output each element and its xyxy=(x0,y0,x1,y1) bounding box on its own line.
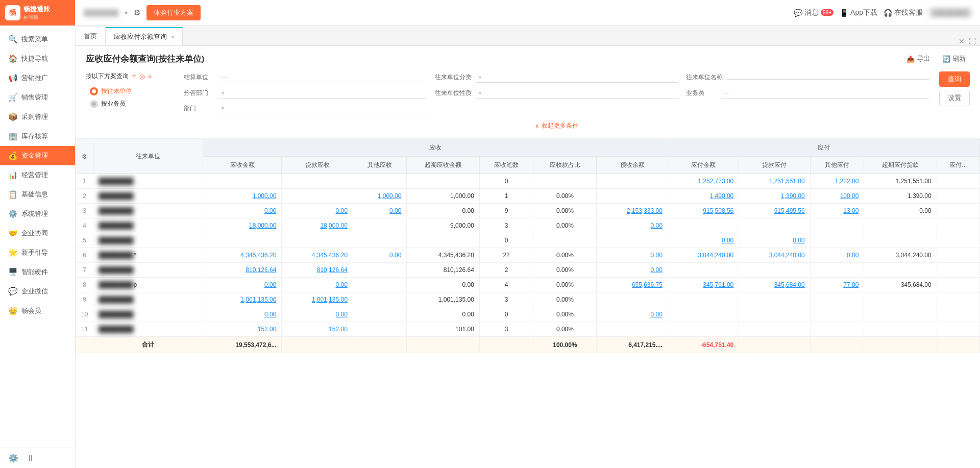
cell-loan-recv xyxy=(282,233,353,248)
cell-loan-recv: 0.00 xyxy=(282,307,353,322)
refresh-button[interactable]: 🔄 刷新 xyxy=(938,52,970,65)
collapse-more-btn[interactable]: ∧ 收起更多条件 xyxy=(184,119,929,132)
sidebar-item-system[interactable]: ⚙️系统管理 xyxy=(0,204,75,224)
cell-pay-more xyxy=(937,307,979,322)
scheme-dot-active xyxy=(90,87,98,95)
cell-overdue-recv: 0.00 xyxy=(407,204,479,218)
cell-prepaid: 0.00 xyxy=(597,218,668,233)
gear-icon[interactable]: ⚙ xyxy=(134,8,140,17)
query-button[interactable]: 查询 xyxy=(939,71,970,87)
sidebar-item-sales[interactable]: 🛒销售管理 xyxy=(0,88,75,107)
cell-loan-pay xyxy=(739,263,810,278)
cell-recv-count: 3 xyxy=(479,322,533,337)
cell-prepaid xyxy=(597,292,668,307)
sidebar-label-guide: 新手引导 xyxy=(21,248,48,257)
collapse-scheme-btn[interactable]: « xyxy=(148,72,152,80)
collapse-icon[interactable]: ⏸ xyxy=(27,454,35,463)
sidebar-item-corp[interactable]: 🤝企业协同 xyxy=(0,224,75,243)
sidebar-item-operation[interactable]: 📊经营管理 xyxy=(0,165,75,185)
total-overdue-recv xyxy=(407,337,479,353)
sidebar-label-operation: 经营管理 xyxy=(21,170,48,180)
tab-ar-query[interactable]: 应收应付余额查询 × xyxy=(106,27,183,45)
total-prepaid: 6,417,215.... xyxy=(597,337,668,353)
cell-partner: ████████ xyxy=(93,189,203,204)
query-buttons: 查询 设置 xyxy=(935,71,970,132)
cell-loan-pay xyxy=(739,322,810,337)
cell-overdue-recv: 1,001,135.00 xyxy=(407,292,479,307)
cell-other-pay xyxy=(810,218,864,233)
sidebar-icon-capital: 💰 xyxy=(8,151,17,160)
cell-recv-count: 4 xyxy=(479,278,533,292)
sidebar-item-basic[interactable]: 📋基础信息 xyxy=(0,185,75,204)
cell-prepaid: 2,153,333.00 xyxy=(597,204,668,218)
sidebar-label-marketing: 营销推广 xyxy=(21,73,48,83)
scheme-dot-gray xyxy=(90,100,98,108)
cell-pay-more xyxy=(937,248,979,263)
cell-loan-recv xyxy=(282,189,353,204)
scheme-by-salesman[interactable]: 按业务员 xyxy=(86,97,178,110)
sidebar-item-inventory[interactable]: 🏢库存核算 xyxy=(0,127,75,146)
row-num-11: 11 xyxy=(76,322,93,337)
add-scheme-btn[interactable]: + xyxy=(132,71,136,81)
trial-button[interactable]: 体验行业方案 xyxy=(146,5,201,20)
cell-loan-recv: 4,345,436.20 xyxy=(282,248,353,263)
search-area: 按以下方案查询 + ◎ « 按往来单位 按业务员 结算单位 xyxy=(76,65,980,139)
cell-recv-count: 1 xyxy=(479,189,533,204)
cell-pay-amt: 1,490.00 xyxy=(668,189,739,204)
cell-pay-more xyxy=(937,278,979,292)
sidebar-item-purchase[interactable]: 📦采购管理 xyxy=(0,107,75,127)
sidebar-icon-wechat: 💬 xyxy=(8,287,17,296)
row-num-4: 4 xyxy=(76,218,93,233)
edit-scheme-btn[interactable]: ◎ xyxy=(139,72,145,80)
cell-loan-pay: 3,044,240.00 xyxy=(739,248,810,263)
sidebar-item-member[interactable]: 👑畅会员 xyxy=(0,301,75,321)
cell-recv-count: 2 xyxy=(479,263,533,278)
settlement-unit-input[interactable]: ··· xyxy=(218,71,427,83)
sidebar-item-marketing[interactable]: 📢营销推广 xyxy=(0,68,75,88)
cell-prepaid: 0.00 xyxy=(597,263,668,278)
sidebar-icon-system: ⚙️ xyxy=(8,209,17,218)
partner-name-input[interactable] xyxy=(727,75,929,80)
sidebar-item-guide[interactable]: 🌟新手引导 xyxy=(0,243,75,262)
sidebar-item-quick[interactable]: 🏠快捷导航 xyxy=(0,49,75,68)
close-window-icon[interactable]: ✕ xyxy=(959,37,965,45)
sidebar-item-wechat[interactable]: 💬企业微信 xyxy=(0,282,75,301)
cell-partner: ████████ xyxy=(93,174,203,189)
cell-other-pay xyxy=(810,322,864,337)
dept-input[interactable]: ▾ xyxy=(218,103,430,113)
settlement-unit-field: 结算单位 ··· xyxy=(184,71,427,83)
dept-manage-input[interactable]: ▾ xyxy=(218,88,427,98)
maximize-window-icon[interactable]: ⛶ xyxy=(969,37,976,45)
set-button[interactable]: 设置 xyxy=(939,90,970,106)
sidebar-menu: 🔍搜索菜单🏠快捷导航📢营销推广🛒销售管理📦采购管理🏢库存核算💰资金管理📊经营管理… xyxy=(0,26,75,448)
cell-overdue-recv: 1,000.00 xyxy=(407,189,479,204)
tab-home[interactable]: 首页 xyxy=(76,27,106,45)
cell-other-pay: 0.00 xyxy=(810,248,864,263)
row-num-6: 6 xyxy=(76,248,93,263)
export-button[interactable]: 📤 导出 xyxy=(902,52,934,65)
dept-manage-label: 分管部门 xyxy=(184,89,214,97)
user-avatar[interactable]: ████████ xyxy=(929,8,972,18)
sidebar-item-hardware[interactable]: 🖥️智能硬件 xyxy=(0,262,75,282)
sidebar-item-capital[interactable]: 💰资金管理 xyxy=(0,146,75,165)
table-settings-col[interactable]: ⚙ xyxy=(76,139,93,174)
partner-nature-input[interactable]: ▾ xyxy=(476,88,678,98)
settings-icon[interactable]: ⚙️ xyxy=(8,453,18,463)
cell-recv-ratio: 0.00% xyxy=(533,204,597,218)
data-table-container: ⚙ 往来单位 应收 应付 应收金额 贷款应收 其他应收 超期应收金额 应收笔数 … xyxy=(76,139,980,468)
scheme-by-partner[interactable]: 按往来单位 xyxy=(86,85,178,97)
tab-close-icon[interactable]: × xyxy=(171,34,174,40)
sidebar-item-search[interactable]: 🔍搜索菜单 xyxy=(0,30,75,49)
sidebar-label-search: 搜索菜单 xyxy=(21,35,48,44)
app-download-section[interactable]: 📱 App下载 xyxy=(840,8,877,17)
salesman-input[interactable]: ··· xyxy=(721,87,929,99)
cell-other-recv xyxy=(353,278,407,292)
cell-pay-amt: 345,761.00 xyxy=(668,278,739,292)
cell-loan-pay: 0.00 xyxy=(739,233,810,248)
message-section[interactable]: 💬 消息 99+ xyxy=(794,8,834,17)
cell-loan-pay: 915,495.56 xyxy=(739,204,810,218)
partner-category-input[interactable]: ▾ xyxy=(476,72,678,83)
cell-recv-count: 0 xyxy=(479,307,533,322)
service-section[interactable]: 🎧 在线客服 xyxy=(884,8,923,17)
scheme-label: 按以下方案查询 xyxy=(86,72,129,81)
